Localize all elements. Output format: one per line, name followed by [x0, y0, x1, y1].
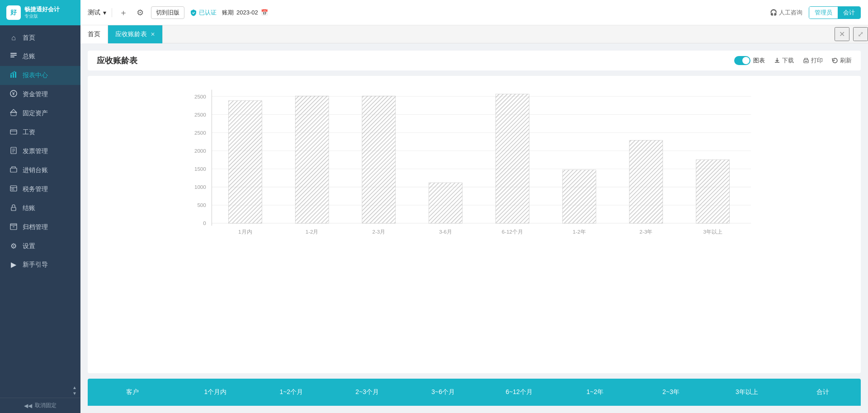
switch-old-button[interactable]: 切到旧版 [151, 6, 184, 19]
sidebar-label-salary: 工资 [23, 128, 35, 136]
tabbar-expand-button[interactable]: ⤢ [853, 27, 868, 41]
main-area: 测试 ▾ ＋ ⚙ 切到旧版 已认证 账期 2023-02 📅 🎧 人工咨询 管理… [80, 0, 868, 413]
fund-icon: ¥ [9, 90, 18, 99]
sidebar-item-fund[interactable]: ¥ 资金管理 [0, 85, 80, 104]
user-role-switcher: 管理员 会计 [809, 6, 861, 19]
col-3plus-year: 3年以上 [709, 388, 785, 396]
svg-text:3年以上: 3年以上 [703, 229, 722, 235]
tabbar-close-button[interactable]: ✕ [835, 27, 849, 41]
verified-label: 已认证 [199, 9, 217, 17]
sidebar-item-home[interactable]: ⌂ 首页 [0, 29, 80, 47]
shield-icon [190, 9, 197, 16]
svg-rect-20 [11, 207, 16, 211]
settings-icon: ⚙ [9, 242, 18, 250]
col-2-3year: 2~3年 [633, 388, 709, 396]
col-3-6month: 3~6个月 [405, 388, 481, 396]
sidebar-label-guide: 新手引导 [23, 261, 48, 269]
refresh-button[interactable]: 刷新 [832, 56, 852, 65]
print-button[interactable]: 打印 [803, 56, 823, 65]
svg-text:2000: 2000 [194, 148, 206, 154]
sidebar-item-tax[interactable]: 税 税务管理 [0, 180, 80, 199]
consult-label: 人工咨询 [779, 9, 802, 17]
sidebar-item-ledger[interactable]: 总账 [0, 47, 80, 66]
sidebar-item-salary[interactable]: 工资 [0, 123, 80, 142]
project-dropdown-icon: ▾ [103, 9, 106, 16]
sidebar-label-assets: 固定资产 [23, 109, 48, 117]
sidebar-item-invoice[interactable]: 发票管理 [0, 142, 80, 161]
bar-1-2-month [295, 96, 329, 223]
svg-text:500: 500 [197, 202, 206, 208]
download-button[interactable]: 下载 [774, 56, 794, 65]
table-header: 客户 1个月内 1~2个月 2~3个月 3~6个月 6~12个月 1~2年 2~… [88, 379, 861, 406]
svg-text:1-2年: 1-2年 [573, 229, 586, 235]
svg-rect-25 [805, 61, 807, 62]
salary-icon [9, 128, 18, 137]
sidebar-label-ledger: 总账 [23, 52, 35, 61]
svg-rect-1 [10, 55, 17, 56]
sidebar-item-report[interactable]: 报表中心 [0, 66, 80, 85]
chart-toggle-label: 图表 [753, 56, 765, 65]
chart-toggle-group: 图表 [734, 56, 765, 65]
role-tab[interactable]: 会计 [838, 7, 860, 19]
project-selector[interactable]: 测试 ▾ [88, 9, 106, 17]
logo-text-block: 畅捷通好会计 专业版 [24, 6, 60, 20]
page-title: 应收账龄表 [97, 55, 137, 66]
settings-btn[interactable]: ⚙ [135, 6, 146, 19]
col-1-2month: 1~2个月 [253, 388, 329, 396]
sidebar-item-settings[interactable]: ⚙ 设置 [0, 237, 80, 255]
chart-svg: 2500 2500 2500 2000 1500 1000 500 0 [97, 85, 852, 257]
tax-icon: 税 [9, 185, 18, 194]
page-header: 应收账龄表 图表 下载 打印 刷新 [88, 51, 861, 70]
sidebar-item-guide[interactable]: ▶ 新手引导 [0, 255, 80, 274]
bar-2-3-month [362, 96, 396, 223]
svg-text:1-2月: 1-2月 [306, 229, 319, 235]
sidebar-item-close[interactable]: 结账 [0, 199, 80, 218]
sidebar-label-archive: 归档管理 [23, 223, 48, 231]
svg-rect-5 [15, 72, 16, 78]
print-label: 打印 [811, 56, 823, 65]
svg-rect-4 [13, 73, 14, 78]
calendar-icon[interactable]: 📅 [261, 9, 268, 16]
tab-home[interactable]: 首页 [80, 25, 108, 43]
svg-text:1500: 1500 [194, 166, 206, 172]
scroll-down-arrow[interactable]: ▼ [72, 391, 77, 396]
tab-home-label: 首页 [88, 30, 100, 38]
download-label: 下载 [782, 56, 794, 65]
page-actions: 图表 下载 打印 刷新 [734, 56, 852, 65]
bar-1-2-year [562, 170, 596, 223]
scroll-up-arrow[interactable]: ▲ [72, 385, 77, 390]
home-icon: ⌂ [9, 34, 18, 42]
bar-1-month [228, 101, 262, 223]
period-text: 账期 [222, 9, 234, 17]
add-btn[interactable]: ＋ [118, 5, 129, 20]
svg-text:2-3年: 2-3年 [640, 229, 653, 235]
archive-icon [9, 223, 18, 232]
invoice-icon [9, 147, 18, 156]
sidebar-item-archive[interactable]: 归档管理 [0, 218, 80, 237]
content-area: 应收账龄表 图表 下载 打印 刷新 [80, 43, 868, 413]
col-1-2year: 1~2年 [557, 388, 633, 396]
svg-rect-21 [10, 225, 17, 230]
sidebar-label-home: 首页 [23, 34, 35, 42]
svg-text:2500: 2500 [194, 112, 206, 117]
svg-text:2-3月: 2-3月 [372, 229, 385, 235]
sidebar-item-inventory[interactable]: 进销台账 [0, 161, 80, 180]
svg-text:0: 0 [203, 220, 206, 226]
sidebar-label-invoice: 发票管理 [23, 147, 48, 155]
refresh-label: 刷新 [840, 56, 852, 65]
cancel-fixed-btn[interactable]: ◀◀ 取消固定 [0, 398, 80, 413]
sidebar-label-settings: 设置 [23, 242, 35, 250]
download-icon [774, 57, 780, 64]
consult-button[interactable]: 🎧 人工咨询 [770, 9, 802, 17]
svg-text:税: 税 [11, 188, 14, 191]
user-tab[interactable]: 管理员 [809, 7, 838, 19]
tab-ar-aging[interactable]: 应收账龄表 ✕ [108, 25, 163, 43]
tabbar: 首页 应收账龄表 ✕ ✕ ⤢ [80, 25, 868, 43]
verified-badge: 已认证 [190, 9, 217, 17]
close-accounts-icon [9, 204, 18, 213]
tab-ar-aging-close[interactable]: ✕ [151, 31, 155, 38]
period-value: 2023-02 [236, 9, 258, 16]
svg-rect-2 [10, 56, 14, 57]
chart-toggle-switch[interactable] [734, 56, 750, 65]
sidebar-item-assets[interactable]: 固定资产 [0, 104, 80, 123]
